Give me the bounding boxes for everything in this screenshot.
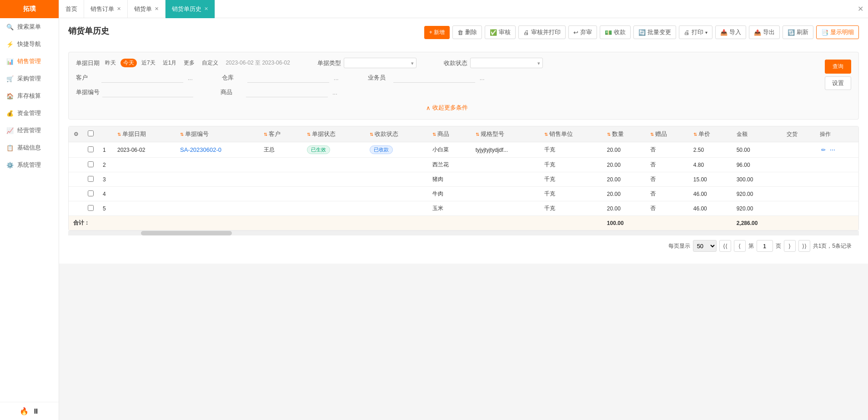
tab-sales-order[interactable]: 销售订单 ✕ [84, 0, 128, 18]
sidebar-item-basic-info[interactable]: 📋 基础信息 [0, 139, 59, 156]
th-collect-status[interactable]: ⇅ 收款状态 [365, 126, 428, 142]
scroll-thumb[interactable] [141, 231, 232, 235]
sidebar-item-purchase-mgmt[interactable]: 🛒 采购管理 [0, 70, 59, 87]
row-checkbox[interactable] [88, 146, 94, 152]
page-size-select[interactable]: 50 100 200 [693, 240, 717, 252]
edit-op-btn[interactable]: ✏ [820, 147, 827, 153]
date-tag-custom[interactable]: 自定义 [199, 59, 221, 67]
th-trade: 交货 [782, 126, 815, 142]
sidebar-item-system-mgmt[interactable]: ⚙️ 系统管理 [0, 156, 59, 174]
th-doc-date[interactable]: ⇅ 单据日期 [113, 126, 176, 142]
sidebar-item-inventory[interactable]: 🏠 库存核算 [0, 87, 59, 105]
filter-customer-label: 客户 [76, 74, 99, 82]
page-unit: 页 [776, 242, 781, 250]
more-op-btn[interactable]: ⋯ [828, 147, 837, 153]
filter-doc-no-input[interactable] [102, 87, 193, 97]
print-button[interactable]: 🖨 打印 ▾ [679, 25, 712, 39]
filter-goods-input[interactable] [246, 87, 328, 97]
select-all-checkbox[interactable] [88, 130, 94, 136]
cell-check[interactable] [83, 172, 98, 187]
page-prev-button[interactable]: ⟨ [734, 240, 746, 252]
tab-home[interactable]: 首页 [59, 0, 84, 18]
filter-collect-status-select[interactable] [470, 58, 543, 68]
tab-sales-goods-close[interactable]: ✕ [155, 6, 159, 12]
date-tag-more[interactable]: 更多 [181, 59, 197, 67]
abandon-button[interactable]: ↩ 弃审 [568, 25, 597, 39]
cell-check[interactable] [83, 158, 98, 172]
row-checkbox[interactable] [88, 190, 94, 196]
th-goods[interactable]: ⇅ 商品 [428, 126, 471, 142]
delete-button[interactable]: 🗑 删除 [452, 25, 482, 39]
th-doc-status[interactable]: ⇅ 单据状态 [302, 126, 365, 142]
date-tag-1month[interactable]: 近1月 [160, 59, 180, 67]
page-first-button[interactable]: ⟨⟨ [719, 240, 731, 252]
print-icon: 🖨 [684, 29, 690, 36]
th-doc-no[interactable]: ⇅ 单据编号 [176, 126, 259, 142]
date-tag-today[interactable]: 今天 [120, 59, 137, 67]
cell-check[interactable] [83, 187, 98, 201]
export-button[interactable]: 📤 导出 [749, 25, 780, 39]
audit-button[interactable]: ✅ 审核 [485, 25, 516, 39]
cell-gift: 否 [646, 201, 689, 216]
filter-customer-input[interactable] [101, 73, 183, 83]
filter-salesperson-input[interactable] [393, 73, 475, 83]
th-spec[interactable]: ⇅ 规格型号 [471, 126, 540, 142]
summary-row: 合计： 100.00 2,286.00 [69, 216, 858, 230]
doc-no-link[interactable]: SA-20230602-0 [180, 146, 221, 153]
cell-amount: 50.00 [732, 142, 782, 158]
th-qty[interactable]: ⇅ 数量 [602, 126, 646, 142]
horizontal-scrollbar[interactable] [68, 231, 859, 235]
show-detail-button[interactable]: 📑 显示明细 [816, 25, 859, 39]
row-checkbox[interactable] [88, 205, 94, 211]
filter-doc-no: 单据编号 [76, 87, 193, 97]
cell-check[interactable] [83, 201, 98, 216]
cell-unit: 千克 [540, 158, 602, 172]
tab-sales-history[interactable]: 销货单历史 ✕ [166, 0, 215, 18]
date-tag-7days[interactable]: 近7天 [139, 59, 158, 67]
th-gear[interactable]: ⚙ [69, 126, 83, 142]
import-button[interactable]: 📥 导入 [715, 25, 746, 39]
refresh-button[interactable]: 🔃 刷新 [783, 25, 813, 39]
collapse-button[interactable]: ∧ 收起更多条件 [424, 102, 470, 114]
th-price[interactable]: ⇅ 单价 [689, 126, 732, 142]
filter-salesperson-dots[interactable]: ... [478, 75, 487, 81]
collect-button[interactable]: 💵 收款 [600, 25, 631, 39]
filter-goods-dots[interactable]: ... [331, 89, 339, 96]
page-total-info: 共1页，5条记录 [813, 242, 852, 250]
page-next-button[interactable]: ⟩ [784, 240, 796, 252]
sidebar-item-operations[interactable]: 📈 经营管理 [0, 122, 59, 139]
query-button[interactable]: 查询 [825, 60, 851, 74]
sidebar-item-quick-nav[interactable]: ⚡ 快捷导航 [0, 35, 59, 53]
page-number-input[interactable] [757, 240, 773, 252]
date-tag-yesterday[interactable]: 昨天 [102, 59, 119, 67]
row-checkbox[interactable] [88, 176, 94, 182]
tab-sales-order-close[interactable]: ✕ [117, 6, 121, 12]
sidebar-item-search-menu[interactable]: 🔍 搜索菜单 [0, 18, 59, 35]
audit-print-button[interactable]: 🖨 审核并打印 [518, 25, 566, 39]
th-customer[interactable]: ⇅ 客户 [259, 126, 302, 142]
setting-button[interactable]: 设置 [825, 76, 851, 90]
tab-sales-history-close[interactable]: ✕ [204, 6, 208, 12]
th-check[interactable] [83, 126, 98, 142]
tab-sales-goods[interactable]: 销货单 ✕ [128, 0, 166, 18]
filter-warehouse-dots[interactable]: ... [332, 75, 341, 81]
page-last-button[interactable]: ⟩⟩ [798, 240, 810, 252]
filter-doc-type-select[interactable] [344, 58, 416, 68]
sidebar-item-finance[interactable]: 💰 资金管理 [0, 105, 59, 122]
row-checkbox[interactable] [88, 161, 94, 167]
filter-customer-dots[interactable]: ... [186, 75, 195, 81]
cell-goods: 小白菜 [428, 142, 471, 158]
filter-warehouse-input[interactable] [247, 73, 329, 83]
add-button[interactable]: + 新增 [424, 26, 450, 39]
th-unit[interactable]: ⇅ 销售单位 [540, 126, 602, 142]
sidebar-bottom-icon2[interactable]: ⏸ [32, 407, 40, 415]
cell-check[interactable] [83, 142, 98, 158]
cell-unit: 千克 [540, 172, 602, 187]
tab-home-label: 首页 [65, 5, 77, 13]
sidebar-bottom-icon1[interactable]: 🔥 [20, 407, 29, 415]
sidebar-item-sales-mgmt[interactable]: 📊 销售管理 [0, 53, 59, 70]
filter-salesperson: 业务员 ... [368, 73, 487, 83]
th-gift[interactable]: ⇅ 赠品 [646, 126, 689, 142]
batch-change-button[interactable]: 🔄 批量变更 [633, 25, 676, 39]
tab-bar-close[interactable]: ✕ [858, 5, 868, 13]
